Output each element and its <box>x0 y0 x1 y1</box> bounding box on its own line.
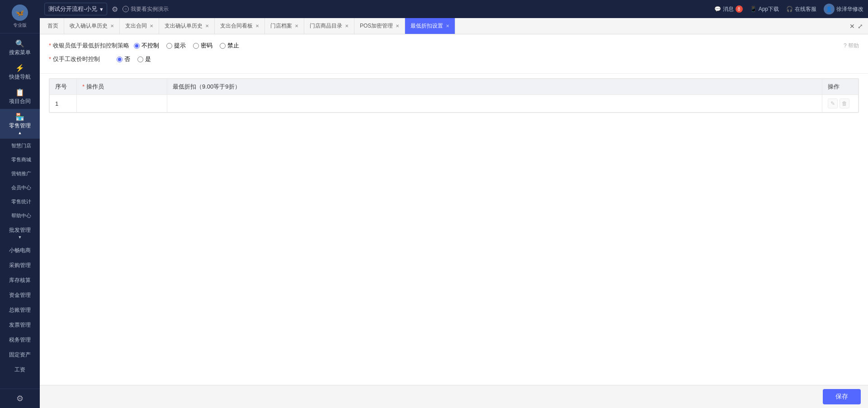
retail-arrow-icon: ▲ <box>18 131 22 135</box>
customer-service-icon: 🎧 <box>786 6 793 12</box>
row-delete-button[interactable]: 🗑 <box>840 98 849 108</box>
app-logo-text: 专业版 <box>13 22 27 28</box>
tab-close-all-icon[interactable]: ✕ <box>849 23 855 30</box>
manual-radio-group: 否 是 <box>117 55 151 63</box>
manual-no-label: 否 <box>124 55 130 63</box>
demo-circle-icon: ○ <box>123 6 129 12</box>
tab-contract-close[interactable]: ✕ <box>150 23 153 28</box>
sidebar-item-salary[interactable]: 工资 <box>0 362 40 377</box>
tab-pos-security-close[interactable]: ✕ <box>396 23 399 28</box>
tab-expense-history-close[interactable]: ✕ <box>205 23 209 28</box>
sidebar-item-smart-store[interactable]: 智慧门店 <box>0 139 40 153</box>
sidebar-item-help[interactable]: 帮助中心 <box>0 209 40 223</box>
sidebar-item-accounting[interactable]: 总账管理 <box>0 303 40 318</box>
tab-contract-board-label: 支出合同看板 <box>220 22 253 30</box>
col-operator: 操作员 <box>77 79 167 95</box>
sidebar-item-marketing[interactable]: 营销推广 <box>0 167 40 181</box>
sidebar-item-purchase[interactable]: 采购管理 <box>0 258 40 273</box>
policy-password-radio[interactable] <box>193 43 199 49</box>
manual-yes[interactable]: 是 <box>137 55 151 63</box>
tab-contract-board-close[interactable]: ✕ <box>255 23 259 28</box>
tab-store-catalog[interactable]: 门店商品目录 ✕ <box>304 18 354 34</box>
policy-remind-radio[interactable] <box>166 43 172 49</box>
main-area: 测试分开流程-小兄 ▾ ⚙ ○ 我要看实例演示 💬 消息 8 📱 App下载 🎧… <box>40 0 868 408</box>
sidebar-item-tax[interactable]: 税务管理 <box>0 333 40 347</box>
user-avatar-icon: 👤 <box>824 4 835 14</box>
tab-contract-label: 支出合同 <box>125 22 147 30</box>
policy-no-control[interactable]: 不控制 <box>134 42 159 50</box>
manual-row: 仅手工改价时控制 否 是 <box>49 55 859 63</box>
header-right: 💬 消息 8 📱 App下载 🎧 在线客服 👤 徐泽华修改 <box>714 4 863 14</box>
app-download-button[interactable]: 📱 App下载 <box>750 5 779 13</box>
message-button[interactable]: 💬 消息 8 <box>714 5 743 13</box>
sidebar-label-search: 搜索菜单 <box>9 49 31 56</box>
tab-store-archive-close[interactable]: ✕ <box>295 23 298 28</box>
sidebar-item-fixed-assets[interactable]: 固定资产 <box>0 347 40 362</box>
project-selector[interactable]: 测试分开流程-小兄 ▾ <box>44 3 107 15</box>
sidebar-item-project[interactable]: 📋 项目合同 <box>0 84 40 109</box>
header-settings-icon[interactable]: ⚙ <box>112 5 118 14</box>
sidebar-settings-button[interactable]: ⚙ <box>0 389 40 408</box>
tab-bar: 首页 收入确认单历史 ✕ 支出合同 ✕ 支出确认单历史 ✕ 支出合同看板 ✕ 门… <box>40 18 868 34</box>
sidebar-label-salary: 工资 <box>14 366 25 374</box>
policy-forbid[interactable]: 禁止 <box>220 42 239 50</box>
policy-no-control-label: 不控制 <box>142 42 159 50</box>
sidebar-label-finance: 资金管理 <box>9 291 31 299</box>
tab-min-discount-label: 最低折扣设置 <box>410 22 443 30</box>
sidebar-item-ecommerce[interactable]: 小畅电商 <box>0 243 40 258</box>
tab-income-history-close[interactable]: ✕ <box>110 23 114 28</box>
policy-remind-label: 提示 <box>174 42 186 50</box>
manual-yes-label: 是 <box>145 55 151 63</box>
sidebar-logo: 🦋 专业版 <box>0 0 40 33</box>
table-section: 序号 操作员 最低折扣（9.00等于9折） 操作 1 ✎ <box>40 74 868 385</box>
policy-radio-group: 不控制 提示 密码 禁止 <box>134 42 239 50</box>
policy-forbid-label: 禁止 <box>227 42 239 50</box>
tab-expand-icon[interactable]: ⤢ <box>858 23 863 30</box>
policy-label: 收银员低于最低折扣控制策略 <box>49 42 129 50</box>
message-label: 消息 <box>723 5 734 13</box>
project-name: 测试分开流程-小兄 <box>48 5 97 13</box>
sidebar-label-member: 会员中心 <box>11 184 31 191</box>
discount-table: 序号 操作员 最低折扣（9.00等于9折） 操作 1 ✎ <box>49 79 859 113</box>
save-button[interactable]: 保存 <box>823 389 861 404</box>
sidebar-item-search[interactable]: 🔍 搜索菜单 <box>0 36 40 60</box>
row-action: ✎ 🗑 <box>822 95 859 113</box>
tab-expense-history[interactable]: 支出确认单历史 ✕ <box>159 18 215 34</box>
tab-contract[interactable]: 支出合同 ✕ <box>120 18 159 34</box>
tab-pos-security[interactable]: POS加密管理 ✕ <box>354 18 405 34</box>
sidebar-item-shortcut[interactable]: ⚡ 快捷导航 <box>0 60 40 84</box>
manual-no-radio[interactable] <box>117 56 123 62</box>
sidebar-item-invoice[interactable]: 发票管理 <box>0 318 40 333</box>
tab-store-catalog-close[interactable]: ✕ <box>345 23 349 28</box>
sidebar-item-finance[interactable]: 资金管理 <box>0 288 40 303</box>
help-icon[interactable]: ? 帮助 <box>844 42 859 50</box>
tab-store-archive[interactable]: 门店档案 ✕ <box>265 18 304 34</box>
footer: 保存 <box>40 385 868 408</box>
policy-forbid-radio[interactable] <box>220 43 226 49</box>
sidebar-item-inventory[interactable]: 库存核算 <box>0 273 40 288</box>
policy-password[interactable]: 密码 <box>193 42 212 50</box>
row-edit-button[interactable]: ✎ <box>828 98 838 108</box>
policy-no-control-radio[interactable] <box>134 43 140 49</box>
manual-yes-radio[interactable] <box>137 56 143 62</box>
policy-remind[interactable]: 提示 <box>166 42 186 50</box>
tab-home[interactable]: 首页 <box>42 18 64 34</box>
sidebar-item-retail-mall[interactable]: 零售商城 <box>0 153 40 167</box>
col-seq: 序号 <box>50 79 77 95</box>
project-dropdown-icon: ▾ <box>100 6 103 13</box>
manual-label: 仅手工改价时控制 <box>49 55 112 63</box>
tab-contract-board[interactable]: 支出合同看板 ✕ <box>215 18 265 34</box>
tab-min-discount[interactable]: 最低折扣设置 ✕ <box>405 18 455 34</box>
demo-link[interactable]: ○ 我要看实例演示 <box>123 5 169 13</box>
sidebar-item-member[interactable]: 会员中心 <box>0 181 40 195</box>
sidebar-item-retail-stats[interactable]: 零售统计 <box>0 195 40 209</box>
user-profile-button[interactable]: 👤 徐泽华修改 <box>824 4 863 14</box>
sidebar-item-wholesale[interactable]: 批发管理 ▼ <box>0 223 40 243</box>
tab-income-history[interactable]: 收入确认单历史 ✕ <box>64 18 120 34</box>
tab-min-discount-close[interactable]: ✕ <box>446 23 449 28</box>
sidebar-item-retail[interactable]: 🏪 零售管理 ▲ <box>0 109 40 139</box>
customer-service-button[interactable]: 🎧 在线客服 <box>786 5 816 13</box>
sidebar-label-retail-stats: 零售统计 <box>11 198 31 205</box>
tab-home-label: 首页 <box>47 22 58 30</box>
manual-no[interactable]: 否 <box>117 55 130 63</box>
